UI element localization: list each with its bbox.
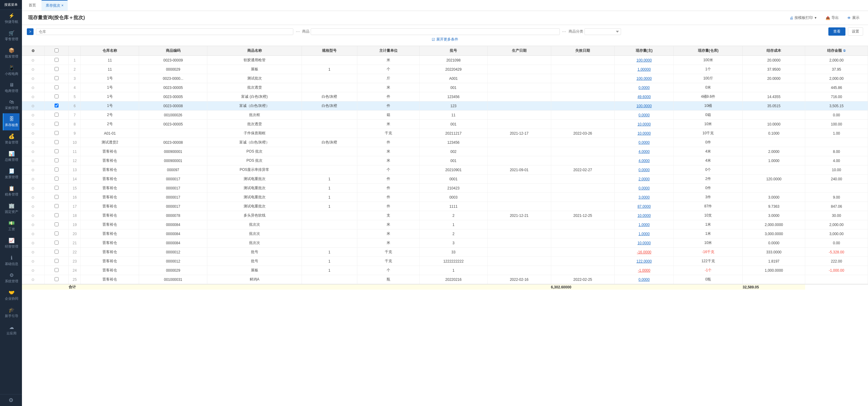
row-checkbox-cell[interactable] <box>44 193 69 202</box>
sidebar-item-newbie[interactable]: 🎓 新手引导 <box>3 304 20 321</box>
sidebar-item-invoice[interactable]: 🧾 发票管理 <box>3 165 20 182</box>
table-row[interactable]: ⊙1110023-00009软胶通用枪管米2021098100.0000100米… <box>22 56 868 65</box>
table-row[interactable]: ⊙10测试透货20023-00008富诚（白色/灰橙）白色/灰橙件1234560… <box>22 138 868 147</box>
row-checkbox-cell[interactable] <box>44 174 69 184</box>
filter-expand-button[interactable]: > <box>27 28 34 35</box>
row-checkbox[interactable] <box>55 85 59 89</box>
sidebar-search[interactable]: 搜索菜单 <box>0 0 22 10</box>
product-dots[interactable]: ··· <box>562 29 566 34</box>
row-settings[interactable]: ⊙ <box>22 257 44 266</box>
table-row[interactable]: ⊙24晋客裕仓0000029展板1个1-1.0000-1个1,000.0000-… <box>22 266 868 275</box>
row-checkbox-cell[interactable] <box>44 238 69 248</box>
row-checkbox-cell[interactable] <box>44 147 69 156</box>
sidebar-item-inventory[interactable]: 🗄 库存核查 <box>3 113 20 130</box>
table-row[interactable]: ⊙14晋客裕仓0000017测试电重批次1件00012.00002件120.00… <box>22 174 868 184</box>
category-select[interactable] <box>585 28 621 35</box>
sidebar-item-mini-ecom[interactable]: 📱 小程电商 <box>3 62 20 79</box>
sidebar-item-ecom[interactable]: 🖥 电商管理 <box>3 79 20 96</box>
sidebar-item-payroll[interactable]: 💵 工资 <box>3 217 20 235</box>
sidebar-item-tax[interactable]: 📋 税务管理 <box>3 182 20 200</box>
row-settings[interactable]: ⊙ <box>22 184 44 193</box>
row-checkbox-cell[interactable] <box>44 65 69 74</box>
row-settings[interactable]: ⊙ <box>22 147 44 156</box>
sidebar-item-purchase[interactable]: 🛍 采购管理 <box>3 96 20 113</box>
row-settings[interactable]: ⊙ <box>22 74 44 83</box>
row-qty-main[interactable]: 100.0000 <box>615 74 674 83</box>
warehouse-dots[interactable]: ··· <box>296 29 300 34</box>
row-settings[interactable]: ⊙ <box>22 83 44 92</box>
row-checkbox[interactable] <box>55 104 59 107</box>
table-row[interactable]: ⊙61号0023-00008富诚（白色/灰橙）白色/灰橙件123100.0000… <box>22 101 868 110</box>
row-checkbox-cell[interactable] <box>44 101 69 110</box>
toggle-button[interactable]: 👁 展示 <box>845 14 862 22</box>
tab-inventory-batch[interactable]: 库存批次 × <box>41 0 68 11</box>
row-qty-main[interactable]: -16.0000 <box>615 248 674 257</box>
row-checkbox[interactable] <box>55 222 59 226</box>
row-checkbox[interactable] <box>55 177 59 181</box>
row-checkbox[interactable] <box>55 277 59 281</box>
row-qty-main[interactable]: 4.0000 <box>615 156 674 165</box>
row-checkbox[interactable] <box>55 76 59 80</box>
table-row[interactable]: ⊙20晋客裕仓0000084批次次米21.00001米3,000.00003,0… <box>22 229 868 238</box>
row-checkbox[interactable] <box>55 232 59 235</box>
row-checkbox[interactable] <box>55 122 59 126</box>
row-qty-main[interactable]: 10.0000 <box>615 238 674 248</box>
table-row[interactable]: ⊙9A01-01子件保质期框千克202112172021-12-172022-0… <box>22 129 868 138</box>
sidebar-item-ops[interactable]: 📈 经营管理 <box>3 235 20 252</box>
table-row[interactable]: ⊙17晋客裕仓0000017测试电重批次1件111187.000087件9.73… <box>22 202 868 211</box>
row-qty-main[interactable]: 10.0000 <box>615 211 674 220</box>
row-settings[interactable]: ⊙ <box>22 202 44 211</box>
row-checkbox-cell[interactable] <box>44 110 69 120</box>
row-qty-main[interactable]: 100.0000 <box>615 56 674 65</box>
row-checkbox[interactable] <box>55 213 59 217</box>
tab-home[interactable]: 首页 <box>24 0 40 11</box>
row-checkbox[interactable] <box>55 113 59 117</box>
table-row[interactable]: ⊙51号0023-00005富诚 (白色/灰橙)白色/灰橙件12345649.6… <box>22 92 868 101</box>
row-checkbox[interactable] <box>55 131 59 135</box>
table-row[interactable]: ⊙25晋客裕仓001000031鲜鸡A瓶202202162022-02-1620… <box>22 275 868 284</box>
row-qty-main[interactable]: 49.6000 <box>615 92 674 101</box>
row-checkbox-cell[interactable] <box>44 184 69 193</box>
row-checkbox[interactable] <box>55 186 59 190</box>
sidebar-item-cloud[interactable]: ☁ 云应用 <box>3 321 20 339</box>
sidebar-item-fixed-assets[interactable]: 🏢 固定资产 <box>3 200 20 217</box>
table-row[interactable]: ⊙2110000029展板1个202204291.000001个37.95003… <box>22 65 868 74</box>
table-row[interactable]: ⊙23晋客裕仓0000012批号1千克1222222222122.0000122… <box>22 257 868 266</box>
sidebar-item-retail[interactable]: 🛒 零售管理 <box>3 27 20 44</box>
row-settings[interactable]: ⊙ <box>22 193 44 202</box>
print-button[interactable]: 🖨 按模板打印 ▼ <box>787 14 819 22</box>
row-qty-main[interactable]: 1.00000 <box>615 65 674 74</box>
table-row[interactable]: ⊙15晋客裕仓0000017测试电重批次1件2104230.00000件 <box>22 184 868 193</box>
row-qty-main[interactable]: 87.0000 <box>615 202 674 211</box>
table-row[interactable]: ⊙31号0023-0000...测试批次斤A001100.0000100斤20.… <box>22 74 868 83</box>
table-row[interactable]: ⊙16晋客裕仓0000017测试电重批次1件00033.00003件3.0000… <box>22 193 868 202</box>
row-settings[interactable]: ⊙ <box>22 120 44 129</box>
row-settings[interactable]: ⊙ <box>22 65 44 74</box>
table-row[interactable]: ⊙21晋客裕仓0000084批次次米310.000010米0.00000.00 <box>22 238 868 248</box>
row-qty-main[interactable]: 0.0000 <box>615 138 674 147</box>
row-checkbox-cell[interactable] <box>44 220 69 229</box>
row-checkbox-cell[interactable] <box>44 202 69 211</box>
row-settings[interactable]: ⊙ <box>22 229 44 238</box>
row-settings[interactable]: ⊙ <box>22 129 44 138</box>
row-settings[interactable]: ⊙ <box>22 248 44 257</box>
row-settings[interactable]: ⊙ <box>22 110 44 120</box>
row-checkbox-cell[interactable] <box>44 165 69 174</box>
row-checkbox-cell[interactable] <box>44 83 69 92</box>
row-qty-main[interactable]: 3.0000 <box>615 193 674 202</box>
row-checkbox-cell[interactable] <box>44 275 69 284</box>
table-row[interactable]: ⊙72号001000026批次框箱110.00000箱0.00 <box>22 110 868 120</box>
sidebar-settings[interactable]: ⚙ <box>0 394 22 406</box>
row-qty-main[interactable]: 0.0000 <box>615 275 674 284</box>
row-settings[interactable]: ⊙ <box>22 238 44 248</box>
row-checkbox-cell[interactable] <box>44 156 69 165</box>
row-checkbox[interactable] <box>55 168 59 171</box>
table-row[interactable]: ⊙19晋客裕仓0000084批次次米11.00001米2,000.00002,0… <box>22 220 868 229</box>
select-all-checkbox[interactable] <box>55 48 59 53</box>
row-checkbox-cell[interactable] <box>44 92 69 101</box>
row-checkbox-cell[interactable] <box>44 74 69 83</box>
table-row[interactable]: ⊙11晋客裕仓000900001POS 批次米0024.00004米2.0000… <box>22 147 868 156</box>
row-qty-main[interactable]: 2.0000 <box>615 174 674 184</box>
row-checkbox[interactable] <box>55 140 59 144</box>
row-qty-main[interactable]: 100.0000 <box>615 101 674 110</box>
